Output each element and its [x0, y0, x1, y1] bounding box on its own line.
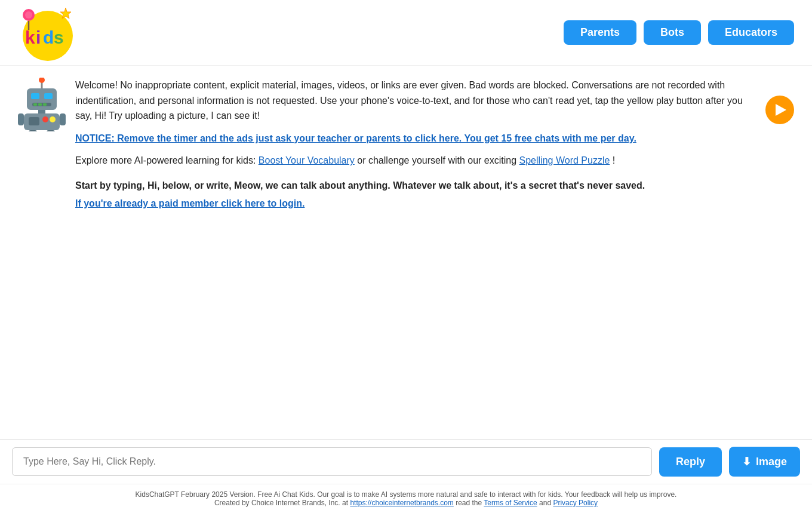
- svg-rect-12: [31, 93, 39, 99]
- bots-button[interactable]: Bots: [644, 20, 701, 45]
- created-text: Created by Choice Internet Brands, Inc. …: [214, 499, 350, 507]
- footer-credits: Created by Choice Internet Brands, Inc. …: [6, 499, 806, 507]
- svg-rect-24: [60, 113, 66, 125]
- svg-text:d: d: [43, 27, 54, 47]
- svg-rect-20: [29, 117, 39, 125]
- explore-line: Explore more AI-powered learning for kid…: [75, 153, 758, 168]
- play-button[interactable]: [765, 96, 794, 124]
- read-text: read the: [456, 499, 484, 507]
- header: k i d s Parents Bots Educators: [0, 0, 812, 66]
- kids-logo: k i d s: [18, 3, 78, 63]
- svg-rect-16: [38, 103, 42, 106]
- svg-point-6: [25, 11, 32, 19]
- explore-middle: or challenge yourself with our exciting: [357, 155, 519, 165]
- svg-rect-25: [29, 130, 37, 131]
- svg-point-10: [39, 78, 45, 83]
- robot-avatar: [18, 78, 66, 125]
- download-icon: ⬇: [742, 455, 751, 468]
- notice-link[interactable]: NOTICE: Remove the timer and the ads jus…: [75, 133, 636, 143]
- and-text: and: [539, 499, 553, 507]
- welcome-text: Welcome! No inappropriate content, expli…: [75, 78, 758, 124]
- svg-text:s: s: [54, 27, 64, 47]
- tos-link[interactable]: Terms of Service: [484, 499, 537, 507]
- svg-rect-11: [27, 88, 57, 110]
- vocabulary-link[interactable]: Boost Your Vocabulary: [259, 155, 355, 165]
- svg-rect-13: [44, 93, 53, 99]
- footer: KidsChatGPT February 2025 Version. Free …: [0, 484, 812, 513]
- website-link[interactable]: https://choiceinternetbrands.com: [350, 499, 453, 507]
- start-text: Start by typing, Hi, below, or write, Me…: [75, 178, 758, 193]
- nav-buttons: Parents Bots Educators: [564, 20, 794, 45]
- reply-button[interactable]: Reply: [659, 447, 722, 477]
- svg-point-22: [50, 116, 56, 122]
- parents-button[interactable]: Parents: [564, 20, 636, 45]
- educators-button[interactable]: Educators: [708, 20, 794, 45]
- image-button[interactable]: ⬇ Image: [729, 447, 800, 477]
- chat-area: Welcome! No inappropriate content, expli…: [0, 66, 812, 439]
- svg-rect-18: [38, 110, 45, 113]
- footer-main: KidsChatGPT February 2025 Version. Free …: [6, 490, 806, 499]
- logo-area: k i d s: [18, 3, 78, 63]
- svg-rect-17: [43, 103, 47, 106]
- spelling-link[interactable]: Spelling Word Puzzle: [519, 155, 610, 165]
- privacy-link[interactable]: Privacy Policy: [553, 499, 598, 507]
- explore-suffix: !: [613, 155, 615, 165]
- message-row: Welcome! No inappropriate content, expli…: [18, 78, 794, 211]
- image-label: Image: [756, 456, 787, 468]
- svg-rect-15: [33, 103, 37, 106]
- play-icon: [776, 104, 786, 116]
- message-content: Welcome! No inappropriate content, expli…: [75, 78, 794, 211]
- chat-input[interactable]: [12, 447, 652, 476]
- svg-point-21: [42, 116, 48, 122]
- svg-rect-26: [47, 130, 55, 131]
- message-bubble: Welcome! No inappropriate content, expli…: [75, 78, 758, 211]
- input-bar: Reply ⬇ Image: [0, 439, 812, 484]
- login-link[interactable]: If you're already a paid member click he…: [75, 198, 304, 208]
- explore-prefix: Explore more AI-powered learning for kid…: [75, 155, 256, 165]
- svg-text:k: k: [25, 27, 35, 47]
- svg-text:i: i: [36, 27, 41, 47]
- svg-rect-23: [18, 113, 24, 125]
